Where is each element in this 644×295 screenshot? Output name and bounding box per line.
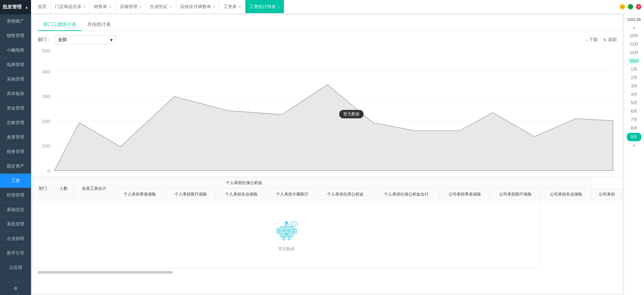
svg-text:100: 100 [42,144,50,149]
th-personal-medical: 个人承担医疗保险 [165,189,216,200]
sidebar-item-小畅电商[interactable]: 小畅电商 [0,43,31,58]
timeline-item-6月[interactable]: 6月 [625,107,643,116]
svg-text:200: 200 [42,119,50,124]
tab-label: 首页 [38,4,47,10]
tab-工资表[interactable]: 工资表× [219,0,245,13]
svg-point-16 [285,221,288,224]
maximize-button[interactable]: □ [628,4,633,9]
svg-rect-17 [276,228,279,234]
svg-text:0: 0 [48,168,50,174]
timeline-item-11月[interactable]: 11月 [625,40,643,49]
refresh-button[interactable]: ↻ 刷新 [603,37,617,43]
sidebar-settings-button[interactable]: ⚙ [0,282,31,295]
close-button[interactable]: ✕ [636,4,641,9]
timeline-year-display: 2022.09 [627,16,641,23]
sidebar-item-新手引导[interactable]: 新手引导 [0,246,31,261]
sidebar-item-基础信息[interactable]: 基础信息 [0,203,31,217]
svg-rect-20 [288,237,291,240]
svg-rect-19 [283,237,285,240]
sidebar-item-电商管理[interactable]: 电商管理 [0,58,31,72]
timeline-item-8月[interactable]: 8月 [625,124,643,132]
timeline-down-button[interactable]: ▼ [630,142,638,150]
empty-label: 暂无数据 [278,246,295,252]
sidebar-item-企业协同[interactable]: 企业协同 [0,232,31,246]
chevron-down-icon: ▾ [110,37,113,42]
tab-month-stats[interactable]: 月份统计表 [82,19,116,31]
sidebar-item-营销推广[interactable]: 营销推广 [0,14,31,29]
th-company-unemploy: 公司承担失业保险 [541,189,591,200]
tab-close-icon[interactable]: × [169,5,171,9]
svg-rect-12 [283,229,286,232]
th-personal-total: 个人承担社保公积金合计 [373,189,439,200]
minimize-button[interactable]: — [620,4,625,9]
tab-close-icon[interactable]: × [213,5,215,9]
sidebar-item-总账管理[interactable]: 总账管理 [0,116,31,130]
tab-label: 应收应付调整单 [180,4,211,10]
gear-icon: ⚙ [14,286,18,291]
th-company-medical: 公司承担医疗保险 [490,189,541,200]
th-company-insurance [373,177,592,189]
tab-bar: 首页门店商品目录×销售单×店铺管理×生成凭证×应收应付调整单×工资表×工资统计报… [31,0,644,13]
window-controls: — □ ✕ [620,4,641,9]
timeline-item-2022[interactable]: 2022 [627,57,641,65]
tab-close-icon[interactable]: × [239,5,241,9]
th-people: 人数 [53,177,74,200]
horizontal-scrollbar[interactable] [38,271,173,274]
toolbar: 部门： 全部 ▾ ↓ 下载 ↻ 刷新 [32,31,622,49]
tab-dept-stats[interactable]: 部门工资统计表 [38,19,82,31]
timeline-item-10月[interactable]: 10月 [625,32,643,40]
sidebar-item-固定资产[interactable]: 固定资产 [0,159,31,174]
tab-工资统计报表[interactable]: 工资统计报表× [245,0,284,13]
timeline-up-button[interactable]: ▲ [630,23,638,32]
tab-销售单[interactable]: 销售单× [90,0,115,13]
sidebar-item-发票管理[interactable]: 发票管理 [0,130,31,145]
sidebar-item-系统管理[interactable]: 系统管理 [0,217,31,232]
svg-rect-14 [285,233,289,235]
sidebar-item-库存核算[interactable]: 库存核算 [0,87,31,101]
tab-close-icon[interactable]: × [83,5,85,9]
tab-首页[interactable]: 首页 [34,0,51,13]
table-area: 部门 人数 应发工资合计 个人承担社保公积金 个人承担养老保险 个人承担医疗保险… [32,177,622,276]
tab-门店商品目录[interactable]: 门店商品目录× [51,0,90,13]
timeline-item-7月[interactable]: 7月 [625,116,643,124]
svg-text:500: 500 [42,49,50,54]
svg-text:400: 400 [42,69,50,75]
th-total-salary: 应发工资合计 [74,177,114,200]
scroll-container [32,268,622,276]
sidebar-item-销售管理[interactable]: 销售管理 [0,29,31,43]
tab-label: 生成凭证 [150,4,167,10]
tab-应收应付调整单[interactable]: 应收应付调整单× [176,0,219,13]
dept-label: 部门： [38,37,51,43]
timeline-item-5月[interactable]: 5月 [625,99,643,107]
download-icon: ↓ [586,37,588,42]
timeline-sidebar: 2022.09 ▲ 10月11月12月20221月2月3月4月5月6月7月8月9… [624,13,644,295]
sidebar-item-税务管理[interactable]: 税务管理 [0,145,31,159]
sidebar-item-采购管理[interactable]: 采购管理 [0,72,31,87]
tab-close-icon[interactable]: × [139,5,141,9]
sidebar-item-资金管理[interactable]: 资金管理 [0,101,31,116]
sidebar-item-工资[interactable]: 工资 [0,174,31,188]
sidebar-item-经营管理[interactable]: 经营管理 [0,188,31,203]
timeline-item-1月[interactable]: 1月 [625,65,643,73]
main-area: 首页门店商品目录×销售单×店铺管理×生成凭证×应收应付调整单×工资表×工资统计报… [31,0,644,295]
tab-生成凭证[interactable]: 生成凭证× [146,0,176,13]
sidebar-arrow-icon: ▲ [25,5,28,9]
timeline-item-3月[interactable]: 3月 [625,82,643,90]
sidebar-title: 批发管理 [3,4,22,10]
tab-label: 门店商品目录 [55,4,81,10]
tab-close-icon[interactable]: × [278,5,280,9]
tab-店铺管理[interactable]: 店铺管理× [116,0,146,13]
empty-state: ... 暂无数据 [37,203,537,265]
timeline-item-12月[interactable]: 12月 [625,49,643,57]
dept-select[interactable]: 全部 ▾ [55,35,116,45]
download-button[interactable]: ↓ 下载 [586,37,598,43]
tab-close-icon[interactable]: × [109,5,111,9]
sidebar-item-云应用[interactable]: 云应用 [0,261,31,275]
timeline-item-4月[interactable]: 4月 [625,90,643,99]
svg-rect-18 [294,228,297,234]
tab-label: 店铺管理 [120,4,137,10]
timeline-item-9月[interactable]: 9月 [627,133,641,141]
sidebar-header[interactable]: 批发管理 ▲ [0,0,31,14]
dept-select-value: 全部 [58,37,67,43]
timeline-item-2月[interactable]: 2月 [625,73,643,82]
